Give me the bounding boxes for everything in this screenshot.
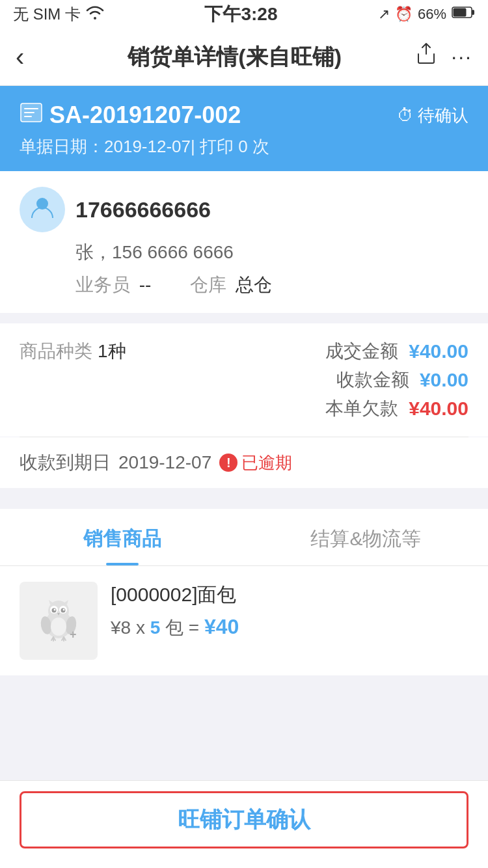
order-id-row: SA-20191207-002 ⏱ 待确认 <box>20 102 468 129</box>
summary-left: 商品种类 1种 <box>20 339 126 364</box>
due-value: 2019-12-07 <box>118 452 211 473</box>
due-label: 收款到期日 <box>20 450 111 475</box>
product-item: + [0000002]面包 ¥8 x 5 包 = ¥40 <box>20 582 468 660</box>
status-time: 下午3:28 <box>204 2 277 27</box>
due-row: 收款到期日 2019-12-07 ! 已逾期 <box>20 450 468 475</box>
svg-rect-1 <box>472 10 474 15</box>
product-image: + <box>20 582 98 660</box>
divider-2 <box>0 488 488 498</box>
overdue-text: 已逾期 <box>241 452 292 474</box>
tabs-row: 销售商品 结算&物流等 <box>0 509 488 566</box>
sim-status: 无 SIM 卡 <box>13 4 81 25</box>
order-header: SA-20191207-002 ⏱ 待确认 单据日期：2019-12-07| 打… <box>0 86 488 171</box>
tab-sales-products[interactable]: 销售商品 <box>0 509 244 565</box>
warehouse-field: 仓库 总仓 <box>190 273 272 297</box>
avatar-icon <box>29 193 56 226</box>
divider-1 <box>0 313 488 323</box>
svg-text:+: + <box>70 628 77 641</box>
summary-right: 成交金额 ¥40.00 收款金额 ¥0.00 本单欠款 ¥40.00 <box>325 339 468 421</box>
overdue-badge: ! 已逾期 <box>219 452 292 474</box>
product-price-row: ¥8 x 5 包 = ¥40 <box>111 615 468 640</box>
clock-icon: ⏱ <box>397 105 414 126</box>
svg-point-11 <box>54 609 56 611</box>
customer-section: 17666666666 张，156 6666 6666 业务员 -- 仓库 总仓 <box>0 171 488 313</box>
wifi-icon <box>86 5 104 23</box>
svg-rect-2 <box>453 8 466 17</box>
battery-text: 66% <box>418 6 446 23</box>
confirm-button-container: 旺铺订单确认 <box>0 780 488 868</box>
location-icon: ↗ <box>378 6 390 23</box>
share-button[interactable] <box>414 42 438 72</box>
summary-row: 商品种类 1种 成交金额 ¥40.00 收款金额 ¥0.00 本单欠款 ¥40.… <box>20 339 468 421</box>
order-status: ⏱ 待确认 <box>397 104 468 127</box>
overdue-icon: ! <box>219 454 237 472</box>
customer-name: 张，156 6666 6666 <box>75 240 468 265</box>
tab-settlement-logistics[interactable]: 结算&物流等 <box>244 509 488 565</box>
order-date: 单据日期：2019-12-07| 打印 0 次 <box>20 135 468 158</box>
more-button[interactable]: ··· <box>451 45 472 69</box>
confirm-order-button[interactable]: 旺铺订单确认 <box>20 791 468 848</box>
deal-amount-row: 成交金额 ¥40.00 <box>325 339 468 364</box>
customer-meta: 业务员 -- 仓库 总仓 <box>75 273 468 297</box>
nav-bar: ‹ 销货单详情(来自旺铺) ··· <box>0 29 488 86</box>
customer-phone: 17666666666 <box>75 197 211 223</box>
avatar <box>20 187 65 232</box>
product-name: [0000002]面包 <box>111 582 468 608</box>
product-section: + [0000002]面包 ¥8 x 5 包 = ¥40 <box>0 566 488 675</box>
bottom-spacer <box>0 675 488 780</box>
salesperson-field: 业务员 -- <box>75 273 151 297</box>
nav-title: 销货单详情(来自旺铺) <box>128 42 342 72</box>
summary-section: 商品种类 1种 成交金额 ¥40.00 收款金额 ¥0.00 本单欠款 ¥40.… <box>0 323 488 437</box>
debt-amount-row: 本单欠款 ¥40.00 <box>325 396 468 421</box>
status-left: 无 SIM 卡 <box>13 4 104 25</box>
back-button[interactable]: ‹ <box>16 42 55 72</box>
svg-point-12 <box>63 609 65 611</box>
order-icon <box>20 102 43 129</box>
product-info: [0000002]面包 ¥8 x 5 包 = ¥40 <box>111 582 468 640</box>
product-thumbnail: + <box>29 598 88 644</box>
customer-row: 17666666666 <box>20 187 468 232</box>
order-id: SA-20191207-002 <box>20 102 241 129</box>
svg-point-15 <box>51 617 66 636</box>
battery-icon <box>452 6 475 23</box>
status-bar: 无 SIM 卡 下午3:28 ↗ ⏰ 66% <box>0 0 488 29</box>
due-section: 收款到期日 2019-12-07 ! 已逾期 <box>0 437 488 488</box>
alarm-icon: ⏰ <box>395 6 413 23</box>
tabs-section: 销售商品 结算&物流等 <box>0 509 488 675</box>
receipt-amount-row: 收款金额 ¥0.00 <box>336 368 468 392</box>
status-right: ↗ ⏰ 66% <box>378 6 475 23</box>
nav-actions: ··· <box>414 42 472 72</box>
